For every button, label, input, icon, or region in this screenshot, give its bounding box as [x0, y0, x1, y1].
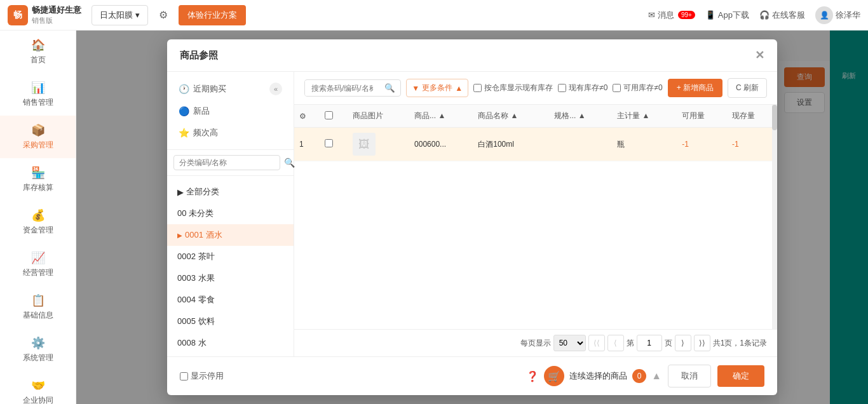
- show-disabled-label: 显示停用: [191, 370, 224, 382]
- checkbox-current-stock[interactable]: 现有库存≠0: [558, 83, 607, 93]
- col-unit-label: 主计量: [617, 111, 640, 120]
- nav-selector[interactable]: 日太阳膜 ▾: [92, 5, 148, 25]
- sidebar: 🏠 首页 📊 销售管理 📦 采购管理 🏪 库存核算 💰 资金管理 📈 经营管理 …: [0, 30, 76, 404]
- confirm-button[interactable]: 确定: [717, 365, 764, 387]
- tab-frequent[interactable]: ⭐ 频次高: [172, 123, 288, 143]
- mobile-icon: 📱: [705, 10, 715, 20]
- col-spec[interactable]: 规格... ▲: [549, 105, 612, 128]
- product-search-input[interactable]: [305, 81, 379, 96]
- pagination: 每页显示 10 20 50 100 ⟨⟨ ⟨ 第 页 ⟩ ⟩⟩: [294, 329, 777, 356]
- sidebar-item-collab[interactable]: 🤝 企业协同: [0, 371, 76, 404]
- col-checkbox[interactable]: [320, 105, 348, 128]
- finance-icon: 💰: [31, 208, 45, 222]
- nav-right: ✉ 消息 99+ 📱 App下载 🎧 在线客服 👤 徐泽华: [648, 6, 860, 24]
- col-unit[interactable]: 主计量 ▲: [612, 105, 677, 128]
- collapse-button[interactable]: «: [269, 83, 282, 95]
- cart-icon[interactable]: 🛒: [544, 366, 564, 386]
- col-name[interactable]: 商品名称 ▲: [473, 105, 549, 128]
- category-search-input[interactable]: [173, 155, 280, 170]
- nav-online-service[interactable]: 🎧 在线客服: [759, 10, 805, 21]
- page-prev-button[interactable]: ⟨: [607, 335, 624, 351]
- table-row[interactable]: 1 🖼 000600... 白酒100ml 瓶 -1: [294, 128, 777, 161]
- page-label: 第: [627, 338, 634, 349]
- scroll-track: [772, 105, 777, 329]
- sidebar-item-finance[interactable]: 💰 资金管理: [0, 201, 76, 243]
- modal-left-panel: 🕐 近期购买 « 🔵 新品 ⭐ 频次高: [167, 72, 294, 356]
- col-available: 可用量: [677, 105, 727, 128]
- tab-recent-purchase[interactable]: 🕐 近期购买 «: [172, 78, 288, 100]
- checkbox-available-stock[interactable]: 可用库存≠0: [613, 83, 662, 93]
- sidebar-item-operation[interactable]: 📈 经营管理: [0, 243, 76, 286]
- per-page-select[interactable]: 10 20 50 100: [553, 335, 586, 351]
- sidebar-item-system[interactable]: ⚙️ 系统管理: [0, 328, 76, 371]
- cat-00[interactable]: 00 未分类: [167, 203, 294, 224]
- footer-collapse-icon[interactable]: ▲: [651, 370, 661, 382]
- logo-area: 畅 畅捷通好生意 销售版: [8, 4, 81, 25]
- experience-button[interactable]: 体验行业方案: [179, 5, 246, 25]
- sidebar-label-collab: 企业协同: [23, 395, 53, 404]
- page-last-button[interactable]: ⟩⟩: [694, 335, 710, 351]
- inventory-icon: 🏪: [31, 166, 45, 180]
- modal-overlay: 商品参照 ✕ 🕐 近期购买 « 🔵 新品: [76, 30, 868, 404]
- page-first-button[interactable]: ⟨⟨: [588, 335, 605, 351]
- modal-close-button[interactable]: ✕: [755, 48, 764, 62]
- nav-user[interactable]: 👤 徐泽华: [815, 6, 860, 24]
- cat-0003[interactable]: 0003 水果: [167, 267, 294, 289]
- tab-new[interactable]: 🔵 新品: [172, 101, 288, 121]
- cat-0005[interactable]: 0005 饮料: [167, 311, 294, 332]
- avatar: 👤: [815, 6, 833, 24]
- sidebar-item-inventory[interactable]: 🏪 库存核算: [0, 158, 76, 201]
- cancel-button[interactable]: 取消: [668, 365, 711, 387]
- show-disabled-checkbox[interactable]: [180, 372, 188, 380]
- sidebar-label-system: 系统管理: [23, 353, 53, 363]
- sidebar-item-home[interactable]: 🏠 首页: [0, 30, 76, 73]
- page-next-button[interactable]: ⟩: [675, 335, 691, 351]
- sidebar-item-basic[interactable]: 📋 基础信息: [0, 286, 76, 328]
- sidebar-label-inventory: 库存核算: [23, 182, 53, 193]
- cat-all[interactable]: ▶ 全部分类: [167, 181, 294, 203]
- cat-0008[interactable]: 0008 水: [167, 332, 294, 354]
- row-stock: -1: [727, 128, 777, 161]
- total-pages-text: 共1页，1条记录: [713, 338, 767, 349]
- gear-icon[interactable]: ⚙: [153, 5, 173, 25]
- refresh-button[interactable]: C 刷新: [728, 78, 767, 98]
- select-all-checkbox[interactable]: [325, 111, 333, 119]
- col-code[interactable]: 商品... ▲: [409, 105, 473, 128]
- cat-0004[interactable]: 0004 零食: [167, 289, 294, 311]
- cat-label-all: 全部分类: [186, 186, 219, 198]
- nav-app-download[interactable]: 📱 App下载: [705, 10, 749, 21]
- cat-arrow-0001: ▶: [177, 232, 182, 239]
- sidebar-item-sales[interactable]: 📊 销售管理: [0, 73, 76, 116]
- row-checkbox[interactable]: [325, 139, 333, 147]
- checkbox-current-input[interactable]: [558, 84, 566, 92]
- scroll-thumb[interactable]: [772, 105, 777, 130]
- cat-0002[interactable]: 0002 茶叶: [167, 246, 294, 267]
- modal-footer: 显示停用 ❓ 🛒 连续选择的商品 0 ▲ 取消 确定: [167, 356, 777, 395]
- checkbox-warehouse-input[interactable]: [473, 84, 482, 92]
- cart-label: 连续选择的商品: [569, 370, 627, 382]
- help-icon[interactable]: ❓: [526, 370, 539, 382]
- username-label: 徐泽华: [836, 10, 860, 21]
- col-stock: 现存量: [727, 105, 777, 128]
- row-name: 白酒100ml: [473, 128, 549, 161]
- more-filter-button[interactable]: ▼ 更多条件 ▲: [406, 79, 468, 97]
- cat-0001[interactable]: ▶ 0001 酒水: [167, 224, 294, 246]
- product-search-button[interactable]: 🔍: [379, 80, 400, 96]
- sidebar-item-purchase[interactable]: 📦 采购管理: [0, 116, 76, 158]
- add-product-button[interactable]: + 新增商品: [668, 79, 722, 97]
- product-search-row: 🔍: [304, 79, 401, 97]
- nav-notification[interactable]: ✉ 消息 99+: [648, 10, 695, 21]
- checkbox-warehouse-stock[interactable]: 按仓库显示现有库存: [473, 83, 553, 93]
- category-search-icon[interactable]: 🔍: [284, 158, 295, 168]
- checkbox-available-input[interactable]: [613, 84, 621, 92]
- logo-icon: 畅: [8, 5, 28, 25]
- checkbox-warehouse-label: 按仓库显示现有库存: [484, 83, 553, 93]
- cat-label-0003: 0003 水果: [177, 273, 215, 284]
- purchase-icon: 📦: [31, 123, 45, 137]
- col-name-label: 商品名称: [478, 111, 508, 120]
- row-checkbox-cell[interactable]: [320, 128, 348, 161]
- page-input[interactable]: [637, 335, 662, 351]
- checkbox-current-label: 现有库存≠0: [569, 83, 607, 93]
- col-settings[interactable]: ⚙: [294, 105, 320, 128]
- show-disabled-checkbox-label[interactable]: 显示停用: [180, 370, 224, 382]
